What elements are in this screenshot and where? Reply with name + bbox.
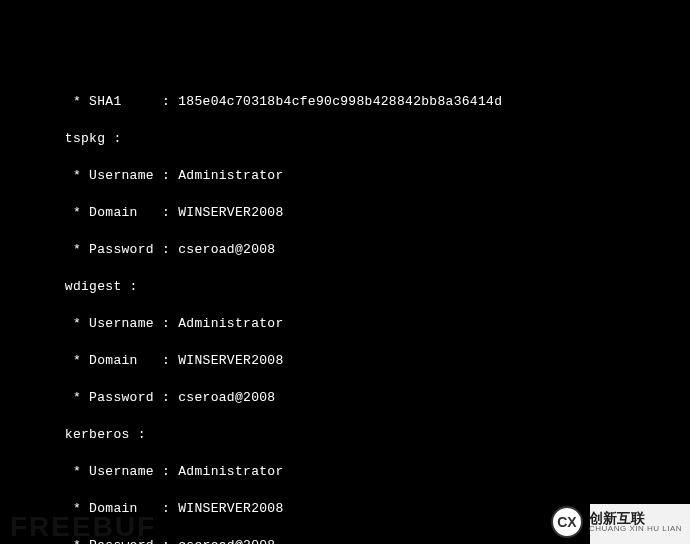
kerberos-header: kerberos : bbox=[0, 426, 690, 445]
terminal-output: * SHA1 : 185e04c70318b4cfe90c998b428842b… bbox=[0, 74, 690, 544]
kerberos-password: * Password : cseroad@2008 bbox=[0, 537, 690, 545]
tspkg-domain: * Domain : WINSERVER2008 bbox=[0, 204, 690, 223]
kerberos-domain: * Domain : WINSERVER2008 bbox=[0, 500, 690, 519]
tspkg-header: tspkg : bbox=[0, 130, 690, 149]
kerberos-username: * Username : Administrator bbox=[0, 463, 690, 482]
wdigest-header: wdigest : bbox=[0, 278, 690, 297]
wdigest-username: * Username : Administrator bbox=[0, 315, 690, 334]
wdigest-domain: * Domain : WINSERVER2008 bbox=[0, 352, 690, 371]
wdigest-password: * Password : cseroad@2008 bbox=[0, 389, 690, 408]
tspkg-password: * Password : cseroad@2008 bbox=[0, 241, 690, 260]
cred-sha1: * SHA1 : 185e04c70318b4cfe90c998b428842b… bbox=[0, 93, 690, 112]
tspkg-username: * Username : Administrator bbox=[0, 167, 690, 186]
watermark-right-bg bbox=[590, 504, 690, 544]
